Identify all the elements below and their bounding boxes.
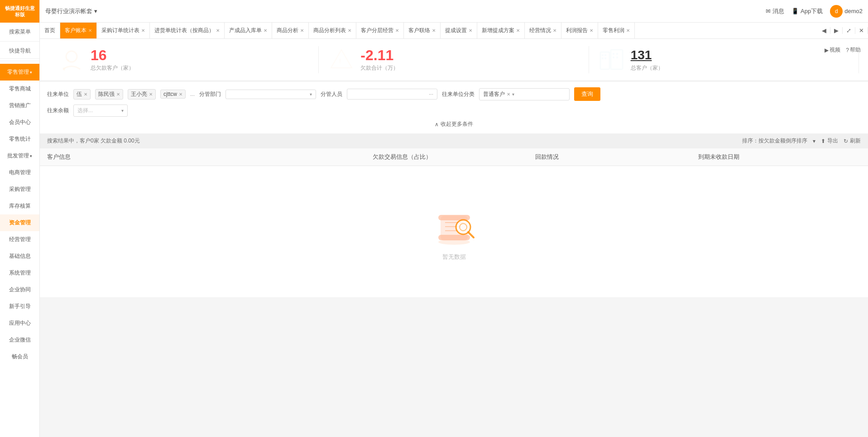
app-download-button[interactable]: 📱 App下载 <box>791 7 823 15</box>
sidebar-item-retail-management[interactable]: 零售管理 ▾ <box>0 64 39 81</box>
sidebar-item-wholesale[interactable]: 批发管理 ▾ <box>0 147 39 164</box>
stats-actions: ▶ 视频 ? 帮助 <box>825 46 861 54</box>
sidebar-item-retail-mall[interactable]: 零售商城 <box>0 81 39 97</box>
tab-close-icon[interactable]: ✕ <box>590 28 593 33</box>
tab-close-icon[interactable]: ✕ <box>216 28 220 33</box>
tab-close-icon[interactable]: ✕ <box>553 28 556 33</box>
refresh-button[interactable]: ↻ 刷新 <box>844 137 861 145</box>
person-dropdown[interactable]: ··· <box>347 89 437 100</box>
svg-rect-18 <box>438 235 470 240</box>
svg-rect-11 <box>613 53 614 55</box>
sidebar-item-member-center[interactable]: 会员中心 <box>0 114 39 131</box>
tab-profit-report[interactable]: 利润报告 ✕ <box>561 23 598 38</box>
empty-illustration <box>427 202 481 247</box>
refresh-icon: ↻ <box>844 138 848 144</box>
sidebar-item-operations[interactable]: 经营管理 <box>0 231 39 248</box>
stat-debt-total-info: -2.11 欠款合计（万） <box>360 48 398 72</box>
sidebar-item-ecommerce[interactable]: 电商管理 <box>0 164 39 181</box>
table-col-customer-info: 客户信息 <box>47 153 373 161</box>
sidebar-item-marketing[interactable]: 营销推广 <box>0 97 39 114</box>
unit-category-tag-close[interactable]: ✕ <box>507 92 510 97</box>
tab-retail-profit[interactable]: 零售利润 ✕ <box>598 23 635 38</box>
tab-bar: 首页 客户账本 ✕ 采购订单统计表 ✕ 进货单统计表（按商品） ✕ 产成品入库单… <box>40 23 868 39</box>
tab-prev-button[interactable]: ◀ <box>818 27 830 34</box>
sidebar-item-app-center[interactable]: 应用中心 <box>0 315 39 332</box>
account-dropdown[interactable]: 母婴行业演示帐套 ▾ <box>45 7 97 15</box>
sidebar-item-chang-member[interactable]: 畅会员 <box>0 348 39 365</box>
tab-product-inbound[interactable]: 产成品入库单 ✕ <box>225 23 272 38</box>
dept-label: 分管部门 <box>199 90 221 98</box>
sidebar-item-system[interactable]: 系统管理 <box>0 265 39 281</box>
user-avatar-button[interactable]: d demo2 <box>830 5 863 18</box>
tab-commission-settings[interactable]: 提成设置 ✕ <box>441 23 477 38</box>
tab-bar-end: ◀ ▶ ⤢ ✕ <box>818 27 868 34</box>
filter-tag-cjttcw-close[interactable]: ✕ <box>179 92 182 97</box>
sidebar-item-beginner[interactable]: 新手引导 <box>0 298 39 315</box>
tab-close-icon[interactable]: ✕ <box>626 28 630 33</box>
help-button[interactable]: ? 帮助 <box>846 46 861 54</box>
tab-close-icon[interactable]: ✕ <box>432 28 436 33</box>
tab-goods-inbound-stats[interactable]: 进货单统计表（按商品） ✕ <box>150 23 225 38</box>
export-button[interactable]: ⬆ 导出 <box>821 137 838 145</box>
tab-goods-analysis-list[interactable]: 商品分析列表 ✕ <box>309 23 356 38</box>
header-left: 母婴行业演示帐套 ▾ <box>45 7 97 15</box>
filter-more-tags[interactable]: ... <box>190 91 195 97</box>
tab-customer-contact[interactable]: 客户联络 ✕ <box>404 23 441 38</box>
filter-tag-wang-close[interactable]: ✕ <box>149 92 153 97</box>
table-header: 客户信息 欠款交易信息（占比） 回款情况 到期未收款日期 <box>40 148 868 166</box>
tab-home[interactable]: 首页 <box>40 23 60 38</box>
results-bar: 搜索结果中，客户0家 欠款金额 0.00元 排序：按欠款金额倒序排序 ▾ ⬆ 导… <box>40 133 868 148</box>
filter-tag-chen-close[interactable]: ✕ <box>116 92 120 97</box>
main-content: 母婴行业演示帐套 ▾ ✉ 消息 📱 App下载 d demo2 <box>40 0 868 437</box>
svg-rect-8 <box>604 54 606 56</box>
tab-close-all-button[interactable]: ✕ <box>855 27 868 34</box>
sidebar-item-enterprise-collab[interactable]: 企业协同 <box>0 281 39 298</box>
tab-expand-button[interactable]: ⤢ <box>843 27 855 34</box>
query-button[interactable]: 查询 <box>574 87 600 101</box>
sidebar-item-inventory[interactable]: 库存核算 <box>0 198 39 214</box>
tab-purchase-order-stats[interactable]: 采购订单统计表 ✕ <box>97 23 150 38</box>
unit-category-dropdown[interactable]: 普通客户 ✕ ▾ <box>479 88 570 100</box>
svg-rect-10 <box>604 57 606 59</box>
table-col-debt-info: 欠款交易信息（占比） <box>373 153 535 161</box>
sidebar-item-basic-info[interactable]: 基础信息 <box>0 248 39 265</box>
tab-close-icon[interactable]: ✕ <box>516 28 520 33</box>
person-label: 分管人员 <box>321 90 342 98</box>
tab-customer-account[interactable]: 客户账本 ✕ <box>60 23 97 38</box>
filter-tag-wu-close[interactable]: ✕ <box>84 92 87 97</box>
tab-close-icon[interactable]: ✕ <box>264 28 267 33</box>
tab-close-icon[interactable]: ✕ <box>395 28 399 33</box>
tab-customer-tier[interactable]: 客户分层经营 ✕ <box>356 23 404 38</box>
tab-operations[interactable]: 经营情况 ✕ <box>525 23 561 38</box>
header-bar: 母婴行业演示帐套 ▾ ✉ 消息 📱 App下载 d demo2 <box>40 0 868 23</box>
collapse-button[interactable]: ∧ 收起更多条件 <box>435 120 473 128</box>
sidebar-item-procurement[interactable]: 采购管理 <box>0 181 39 198</box>
empty-state: 暂无数据 <box>40 166 868 297</box>
tab-close-icon[interactable]: ✕ <box>300 28 304 33</box>
search-menu-button[interactable]: 搜索菜单 <box>3 26 37 38</box>
tab-close-icon[interactable]: ✕ <box>141 28 145 33</box>
filter-tag-cjttcw: cjttcw ✕ <box>160 90 186 99</box>
unit-category-tag: 普通客户 ✕ <box>483 90 510 98</box>
quick-nav-button[interactable]: 快捷导航 <box>0 43 39 59</box>
tab-goods-analysis[interactable]: 商品分析 ✕ <box>272 23 309 38</box>
dept-dropdown[interactable]: ▾ <box>225 90 316 99</box>
results-actions: 排序：按欠款金额倒序排序 ▾ ⬆ 导出 ↻ 刷新 <box>742 137 861 145</box>
tab-next-button[interactable]: ▶ <box>830 27 843 34</box>
debt-customers-icon: ¥ <box>58 46 85 73</box>
tab-close-icon[interactable]: ✕ <box>469 28 472 33</box>
sidebar-item-retail-stats[interactable]: 零售统计 <box>0 131 39 147</box>
search-menu-section: 搜索菜单 <box>0 23 39 42</box>
debt-total-value: -2.11 <box>360 48 398 62</box>
sidebar-item-capital[interactable]: 资金管理 <box>0 214 39 231</box>
video-button[interactable]: ▶ 视频 <box>825 46 840 54</box>
chevron-down-icon: ▾ <box>30 70 32 75</box>
messages-button[interactable]: ✉ 消息 <box>766 7 784 15</box>
tab-new-commission-plan[interactable]: 新增提成方案 ✕ <box>477 23 525 38</box>
filter-section: 往来单位 伍 ✕ 陈民强 ✕ 王小亮 ✕ cjttcw <box>40 82 868 133</box>
total-customers-value: 131 <box>631 48 663 62</box>
sidebar-item-enterprise-wechat[interactable]: 企业微信 <box>0 332 39 348</box>
tab-close-icon[interactable]: ✕ <box>348 28 351 33</box>
tab-close-icon[interactable]: ✕ <box>88 28 92 33</box>
balance-dropdown[interactable]: 选择... ▾ <box>73 104 128 117</box>
